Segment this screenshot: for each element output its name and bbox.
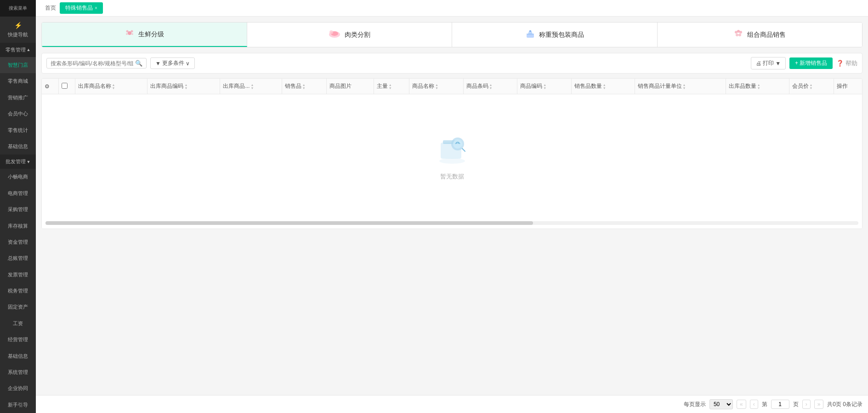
sidebar-section-wholesale[interactable]: 批发管理 ▼ bbox=[0, 155, 36, 169]
th-product-image[interactable]: 商品图片 bbox=[327, 79, 374, 94]
th-sales-unit[interactable]: 销售商品计量单位 ▲▼ bbox=[635, 79, 726, 94]
svg-point-20 bbox=[453, 139, 462, 149]
empty-state-cell: 暂无数据 bbox=[42, 94, 862, 218]
svg-rect-8 bbox=[527, 34, 534, 38]
horizontal-scrollbar-thumb[interactable] bbox=[45, 221, 533, 225]
empty-text: 暂无数据 bbox=[440, 172, 464, 181]
sidebar-item-basic-info2[interactable]: 基础信息 bbox=[0, 348, 36, 364]
weighed-pkg-label: 称重预包装商品 bbox=[539, 31, 584, 39]
total-label: 共0页 0条记录 bbox=[827, 401, 862, 408]
sidebar-item-retail-stats[interactable]: 零售统计 bbox=[0, 122, 36, 138]
active-tab[interactable]: 特殊销售品 × bbox=[60, 2, 103, 14]
first-page-button[interactable]: « bbox=[737, 400, 746, 409]
table-body: 暂无数据 bbox=[42, 94, 862, 218]
meat-cut-icon bbox=[328, 29, 341, 41]
th-sales-product[interactable]: 销售品 ▲▼ bbox=[282, 79, 326, 94]
sort-out-qty[interactable]: ▲▼ bbox=[757, 83, 760, 90]
sort-out-product-code[interactable]: ▲▼ bbox=[184, 83, 187, 90]
sidebar-item-inventory[interactable]: 库存核算 bbox=[0, 218, 36, 234]
main-content: 首页 特殊销售品 × bbox=[36, 0, 868, 413]
th-product-name[interactable]: 商品名称 ▲▼ bbox=[409, 79, 464, 94]
add-sales-button[interactable]: + 新增销售品 bbox=[789, 57, 833, 69]
tab-combo-sales[interactable]: 组合商品销售 bbox=[658, 23, 862, 47]
sidebar-item-purchase-mgmt[interactable]: 采购管理 bbox=[0, 201, 36, 218]
sidebar-item-basic-info[interactable]: 基础信息 bbox=[0, 138, 36, 155]
sort-member-price[interactable]: ▲▼ bbox=[810, 83, 813, 90]
sort-out-product-name[interactable]: ▲▼ bbox=[112, 83, 115, 90]
tab-meat-cut[interactable]: 肉类分割 bbox=[247, 23, 453, 47]
help-button[interactable]: ❓ 帮助 bbox=[836, 59, 857, 68]
sidebar-item-general-ledger[interactable]: 总账管理 bbox=[0, 250, 36, 266]
sidebar-item-sales-promo[interactable]: 营销推广 bbox=[0, 90, 36, 106]
sidebar-item-retail-mall[interactable]: 零售商城 bbox=[0, 73, 36, 89]
th-product-code[interactable]: 商品编码 ▲▼ bbox=[517, 79, 572, 94]
page-suffix-label: 页 bbox=[793, 401, 799, 408]
next-page-button[interactable]: › bbox=[802, 400, 811, 409]
close-tab-icon[interactable]: × bbox=[95, 6, 97, 11]
pagination-bar: 每页显示 50 20 100 « ‹ 第 页 › » 共0页 0条记录 bbox=[36, 395, 868, 413]
svg-line-23 bbox=[462, 149, 465, 151]
sidebar-item-mini-ecom[interactable]: 小畅电商 bbox=[0, 169, 36, 185]
th-checkbox[interactable] bbox=[58, 79, 75, 94]
search-icon[interactable]: 🔍 bbox=[135, 60, 142, 67]
sort-out-product-x[interactable]: ▲▼ bbox=[250, 83, 254, 90]
toolbar-left: 🔍 ▼ 更多条件 ∨ bbox=[46, 57, 195, 69]
sidebar-item-member-center[interactable]: 会员中心 bbox=[0, 106, 36, 122]
th-actions: 操作 bbox=[834, 79, 862, 94]
filter-icon: ▼ bbox=[155, 60, 161, 67]
filter-button[interactable]: ▼ 更多条件 ∨ bbox=[150, 57, 195, 69]
sort-main-quantity[interactable]: ▲▼ bbox=[389, 83, 392, 90]
tab-fresh-grade[interactable]: 生鲜分级 bbox=[42, 23, 247, 47]
sidebar-section-retail[interactable]: 零售管理 ▲ bbox=[0, 43, 36, 57]
sidebar-item-tax-mgmt[interactable]: 税务管理 bbox=[0, 283, 36, 299]
th-member-price[interactable]: 会员价 ▲▼ bbox=[789, 79, 834, 94]
sidebar-item-wages[interactable]: 工资 bbox=[0, 315, 36, 332]
sidebar-item-smart-store[interactable]: 智慧门店 bbox=[0, 57, 36, 73]
tab-weighed-pkg[interactable]: 称重预包装商品 bbox=[452, 23, 658, 47]
sidebar-item-fixed-assets[interactable]: 固定资产 bbox=[0, 299, 36, 315]
th-out-product-x[interactable]: 出库商品... ▲▼ bbox=[220, 79, 282, 94]
horizontal-scrollbar-track[interactable] bbox=[45, 221, 858, 225]
sidebar-item-invoice-mgmt[interactable]: 发票管理 bbox=[0, 267, 36, 283]
sort-product-code[interactable]: ▲▼ bbox=[543, 83, 546, 90]
table-container: ⚙ 出库商品名称 ▲▼ bbox=[41, 78, 862, 229]
sort-sales-qty[interactable]: ▲▼ bbox=[603, 83, 606, 90]
sidebar-item-quick-nav[interactable]: ⚡ 快捷导航 bbox=[0, 17, 36, 43]
sidebar-item-new-guide[interactable]: 新手引导 bbox=[0, 397, 36, 413]
th-out-product-name[interactable]: 出库商品名称 ▲▼ bbox=[75, 79, 148, 94]
wholesale-arrow-icon: ▼ bbox=[27, 160, 31, 164]
search-box[interactable]: 🔍 bbox=[46, 58, 147, 69]
sidebar-item-capital-mgmt[interactable]: 资金管理 bbox=[0, 234, 36, 250]
svg-point-0 bbox=[128, 31, 131, 35]
sort-product-barcode[interactable]: ▲▼ bbox=[489, 83, 493, 90]
search-input[interactable] bbox=[51, 60, 133, 67]
sort-sales-product[interactable]: ▲▼ bbox=[302, 83, 306, 90]
prev-page-button[interactable]: ‹ bbox=[750, 400, 758, 409]
svg-point-4 bbox=[131, 33, 133, 35]
svg-point-22 bbox=[458, 143, 459, 144]
last-page-button[interactable]: » bbox=[814, 400, 824, 409]
fresh-grade-icon bbox=[125, 28, 135, 40]
sidebar-item-sys-mgmt[interactable]: 系统管理 bbox=[0, 364, 36, 380]
sidebar-item-enterprise[interactable]: 企业协同 bbox=[0, 380, 36, 396]
th-sales-qty[interactable]: 销售品数量 ▲▼ bbox=[571, 79, 635, 94]
th-out-product-code[interactable]: 出库商品编码 ▲▼ bbox=[148, 79, 220, 94]
fresh-grade-label: 生鲜分级 bbox=[138, 30, 164, 39]
page-number-input[interactable] bbox=[771, 400, 789, 409]
print-button[interactable]: 🖨 打印 ▼ bbox=[751, 57, 786, 69]
th-main-quantity[interactable]: 主量 ▲▼ bbox=[374, 79, 409, 94]
th-settings[interactable]: ⚙ bbox=[42, 79, 58, 94]
toolbar: 🔍 ▼ 更多条件 ∨ 🖨 打印 ▼ + 新增销售品 bbox=[41, 53, 862, 74]
sidebar-item-ecom-mgmt[interactable]: 电商管理 bbox=[0, 185, 36, 201]
select-all-checkbox[interactable] bbox=[62, 83, 68, 89]
sidebar-search-menu[interactable]: 搜索菜单 bbox=[0, 0, 36, 17]
horizontal-scrollbar-area bbox=[42, 218, 862, 229]
th-out-qty[interactable]: 出库品数量 ▲▼ bbox=[726, 79, 789, 94]
sort-sales-unit[interactable]: ▲▼ bbox=[683, 83, 686, 90]
sort-product-name[interactable]: ▲▼ bbox=[435, 83, 438, 90]
home-tab[interactable]: 首页 bbox=[41, 4, 60, 12]
th-product-barcode[interactable]: 商品条码 ▲▼ bbox=[463, 79, 517, 94]
svg-point-15 bbox=[738, 34, 741, 36]
per-page-select[interactable]: 50 20 100 bbox=[709, 399, 733, 409]
sidebar-item-ops-mgmt[interactable]: 经营管理 bbox=[0, 332, 36, 348]
